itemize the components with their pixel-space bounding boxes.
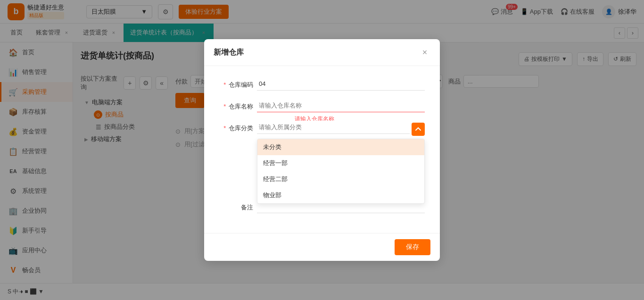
dropdown-item-dept3[interactable]: 物业部 — [257, 187, 424, 203]
name-input[interactable] — [257, 99, 425, 112]
dropdown-item-uncategorized[interactable]: 未分类 — [257, 139, 424, 155]
modal-close-button[interactable]: × — [419, 47, 430, 58]
dropdown-item-dept1[interactable]: 经营一部 — [257, 155, 424, 171]
form-row-category: * 仓库分类 未分类 经营一部 经营二部 物业部 — [219, 121, 425, 134]
modal-title: 新增仓库 — [214, 48, 244, 58]
code-label: * 仓库编码 — [219, 77, 257, 89]
save-button[interactable]: 保存 — [395, 239, 430, 255]
dropdown-item-dept2[interactable]: 经营二部 — [257, 171, 424, 187]
modal-body: * 仓库编码 * 仓库名称 请输入仓库名称 * 仓库分类 — [204, 66, 440, 233]
modal-header: 新增仓库 × — [204, 39, 440, 66]
category-input[interactable] — [257, 121, 410, 134]
modal-footer: 保存 — [204, 233, 440, 261]
category-dropdown-list: 未分类 经营一部 经营二部 物业部 — [257, 139, 425, 204]
category-label: * 仓库分类 — [219, 121, 257, 133]
required-star-name: * — [223, 103, 226, 110]
category-input-wrap: 未分类 经营一部 经营二部 物业部 — [257, 121, 425, 134]
note-label: 备注 — [219, 200, 257, 212]
new-warehouse-modal: 新增仓库 × * 仓库编码 * 仓库名称 请输入仓库名称 * — [204, 39, 440, 261]
name-label: * 仓库名称 — [219, 99, 257, 111]
code-input[interactable] — [257, 77, 425, 91]
category-dropdown-button[interactable] — [412, 123, 425, 136]
chevron-up-icon — [415, 126, 421, 133]
required-star-cat: * — [223, 125, 226, 132]
form-row-name: * 仓库名称 请输入仓库名称 — [219, 99, 425, 112]
name-input-wrap: 请输入仓库名称 — [257, 99, 425, 112]
required-star: * — [223, 81, 226, 88]
form-row-code: * 仓库编码 — [219, 77, 425, 91]
